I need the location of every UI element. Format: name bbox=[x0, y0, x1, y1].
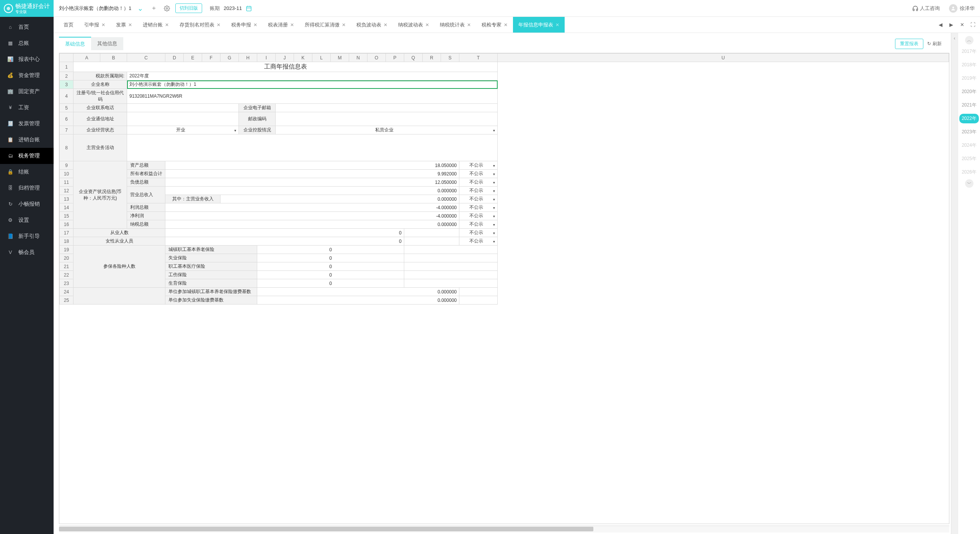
row-header[interactable]: 15 bbox=[60, 212, 74, 220]
tab-12[interactable]: 年报信息申报表✕ bbox=[513, 17, 565, 33]
tab-4[interactable]: 存货别名对照表✕ bbox=[174, 17, 226, 33]
cell[interactable]: -4.000000 bbox=[165, 212, 459, 220]
cell[interactable] bbox=[459, 288, 498, 296]
row-header[interactable]: 5 bbox=[60, 104, 74, 112]
sidebar-item-3[interactable]: 💰资金管理 bbox=[0, 67, 54, 84]
tab-5[interactable]: 税务申报✕ bbox=[226, 17, 263, 33]
cell[interactable]: 不公示 bbox=[459, 187, 498, 195]
reg-value[interactable]: 91320811MA7NGR2W6R bbox=[127, 89, 498, 104]
cell[interactable]: 0 bbox=[257, 254, 404, 262]
year-down-icon[interactable]: ﹀ bbox=[965, 179, 973, 188]
sidebar-item-7[interactable]: 📋进销台账 bbox=[0, 132, 54, 148]
period-value[interactable]: 2022年度 bbox=[127, 72, 498, 80]
tab-8[interactable]: 税负波动表✕ bbox=[351, 17, 393, 33]
row-header[interactable]: 14 bbox=[60, 203, 74, 212]
col-header-P[interactable]: P bbox=[386, 54, 404, 62]
fin-value[interactable]: 18.050000 bbox=[165, 161, 459, 170]
cell[interactable] bbox=[404, 246, 498, 254]
postcode-value[interactable] bbox=[276, 112, 498, 126]
sidebar-item-8[interactable]: 🗂税务管理 bbox=[0, 148, 54, 164]
cell[interactable] bbox=[404, 254, 498, 262]
tab-1[interactable]: 引申报✕ bbox=[79, 17, 111, 33]
row-header[interactable]: 24 bbox=[60, 288, 74, 296]
sidebar-item-6[interactable]: 🧾发票管理 bbox=[0, 116, 54, 132]
cell[interactable]: 9.992000 bbox=[165, 170, 459, 178]
cell[interactable]: 0 bbox=[257, 246, 404, 254]
tabs-fullscreen-icon[interactable]: ⛶ bbox=[968, 20, 978, 30]
row-header[interactable]: 9 bbox=[60, 161, 74, 170]
tab-6[interactable]: 税表清册✕ bbox=[263, 17, 299, 33]
cell[interactable] bbox=[404, 279, 498, 288]
cell[interactable] bbox=[459, 296, 498, 305]
col-header-I[interactable]: I bbox=[257, 54, 276, 62]
tab-close-icon[interactable]: ✕ bbox=[253, 22, 257, 28]
col-header-L[interactable]: L bbox=[312, 54, 331, 62]
cell[interactable]: 12.050000 bbox=[165, 178, 459, 187]
cell[interactable]: 0.000000 bbox=[165, 187, 459, 195]
sidebar-item-10[interactable]: 🗄归档管理 bbox=[0, 180, 54, 196]
tab-close-icon[interactable]: ✕ bbox=[384, 22, 387, 28]
cell[interactable]: 0.000000 bbox=[165, 220, 459, 229]
col-header-E[interactable]: E bbox=[184, 54, 202, 62]
cell[interactable] bbox=[404, 271, 498, 279]
year-2022年[interactable]: 2022年 bbox=[959, 114, 979, 123]
row-header[interactable]: 17 bbox=[60, 229, 74, 237]
email-value[interactable] bbox=[276, 104, 498, 112]
col-header-N[interactable]: N bbox=[349, 54, 368, 62]
tab-close-icon[interactable]: ✕ bbox=[425, 22, 429, 28]
reset-report-button[interactable]: 重置报表 bbox=[895, 39, 923, 49]
col-header-K[interactable]: K bbox=[294, 54, 312, 62]
col-header-B[interactable]: B bbox=[100, 54, 127, 62]
blank[interactable] bbox=[404, 229, 459, 237]
col-header-F[interactable]: F bbox=[202, 54, 220, 62]
sidebar-item-4[interactable]: 🏢固定资产 bbox=[0, 84, 54, 100]
row-header[interactable]: 13 bbox=[60, 195, 74, 203]
tabs-prev-icon[interactable]: ◀ bbox=[936, 20, 946, 30]
tab-2[interactable]: 发票✕ bbox=[111, 17, 137, 33]
tab-close-icon[interactable]: ✕ bbox=[290, 22, 294, 28]
col-header-C[interactable]: C bbox=[127, 54, 165, 62]
year-2026年[interactable]: 2026年 bbox=[959, 167, 979, 177]
cell[interactable]: 不公示 bbox=[459, 237, 498, 246]
row-header[interactable]: 6 bbox=[60, 112, 74, 126]
row-header[interactable]: 7 bbox=[60, 126, 74, 134]
row-header[interactable]: 11 bbox=[60, 178, 74, 187]
col-header-R[interactable]: R bbox=[423, 54, 441, 62]
cell[interactable]: 不公示 bbox=[459, 203, 498, 212]
cell[interactable]: -4.000000 bbox=[165, 203, 459, 212]
year-2018年[interactable]: 2018年 bbox=[959, 60, 979, 70]
tabs-close-all-icon[interactable]: ✕ bbox=[957, 20, 967, 30]
status-dropdown[interactable]: 开业 bbox=[127, 126, 239, 134]
year-2024年[interactable]: 2024年 bbox=[959, 141, 979, 150]
year-2021年[interactable]: 2021年 bbox=[959, 100, 979, 110]
col-header-H[interactable]: H bbox=[239, 54, 257, 62]
tabs-next-icon[interactable]: ▶ bbox=[946, 20, 956, 30]
tab-close-icon[interactable]: ✕ bbox=[504, 22, 508, 28]
year-2019年[interactable]: 2019年 bbox=[959, 74, 979, 83]
sidebar-item-5[interactable]: ¥工资 bbox=[0, 100, 54, 116]
col-header-M[interactable]: M bbox=[331, 54, 349, 62]
cell[interactable]: 0 bbox=[165, 237, 404, 246]
cell[interactable]: 0.000000 bbox=[257, 296, 459, 305]
visibility-dropdown[interactable]: 不公示 bbox=[459, 161, 498, 170]
row-header[interactable]: 16 bbox=[60, 220, 74, 229]
company-value[interactable]: 刘小艳演示账套（勿删勿动！）1 bbox=[127, 80, 498, 89]
horizontal-scrollbar[interactable] bbox=[59, 526, 949, 532]
sidebar-item-9[interactable]: 🔒结账 bbox=[0, 164, 54, 180]
row-header[interactable]: 4 bbox=[60, 89, 74, 104]
user-menu[interactable]: 徐泽华 bbox=[949, 4, 975, 13]
tab-close-icon[interactable]: ✕ bbox=[128, 22, 132, 28]
row-header[interactable]: 8 bbox=[60, 134, 74, 161]
cell[interactable]: 0 bbox=[165, 229, 404, 237]
settings-icon[interactable] bbox=[162, 4, 172, 13]
tab-close-icon[interactable]: ✕ bbox=[217, 22, 220, 28]
row-header[interactable]: 18 bbox=[60, 237, 74, 246]
add-account-icon[interactable]: ＋ bbox=[149, 3, 158, 14]
row-header[interactable]: 2 bbox=[60, 72, 74, 80]
cell[interactable] bbox=[404, 237, 459, 246]
cell[interactable]: 0 bbox=[257, 271, 404, 279]
cell[interactable]: 不公示 bbox=[459, 195, 498, 203]
col-header-T[interactable]: T bbox=[459, 54, 498, 62]
sidebar-item-0[interactable]: ⌂首页 bbox=[0, 19, 54, 35]
cell[interactable] bbox=[404, 262, 498, 271]
